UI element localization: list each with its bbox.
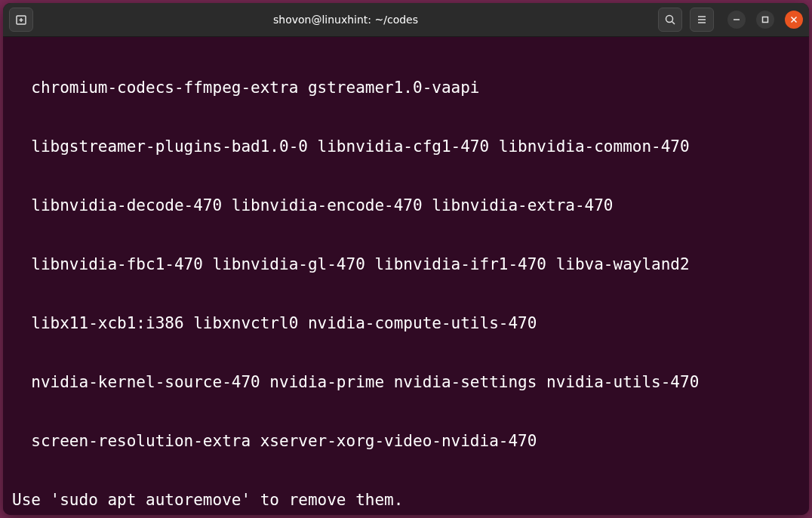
svg-rect-7 (763, 17, 768, 23)
terminal-body[interactable]: chromium-codecs-ffmpeg-extra gstreamer1.… (3, 37, 809, 515)
maximize-icon (761, 16, 769, 23)
titlebar-right (658, 8, 803, 32)
terminal-line: nvidia-kernel-source-470 nvidia-prime nv… (12, 372, 800, 392)
close-icon (790, 16, 798, 23)
terminal-window: shovon@linuxhint: ~/codes (3, 3, 809, 515)
search-button[interactable] (658, 8, 682, 32)
terminal-line: libx11-xcb1:i386 libxnvctrl0 nvidia-comp… (12, 313, 800, 333)
window-controls (721, 11, 803, 29)
terminal-line: libnvidia-fbc1-470 libnvidia-gl-470 libn… (12, 254, 800, 274)
terminal-line: libgstreamer-plugins-bad1.0-0 libnvidia-… (12, 137, 800, 156)
minimize-button[interactable] (727, 11, 746, 29)
close-button[interactable] (785, 11, 803, 29)
new-tab-icon (15, 14, 27, 26)
search-icon (664, 14, 676, 26)
titlebar-left (9, 8, 33, 32)
menu-button[interactable] (690, 8, 714, 32)
titlebar: shovon@linuxhint: ~/codes (3, 3, 809, 37)
terminal-line: chromium-codecs-ffmpeg-extra gstreamer1.… (12, 78, 800, 97)
window-title: shovon@linuxhint: ~/codes (38, 14, 654, 26)
hamburger-icon (696, 14, 708, 26)
minimize-icon (733, 16, 740, 23)
terminal-line: libnvidia-decode-470 libnvidia-encode-47… (12, 196, 800, 215)
maximize-button[interactable] (756, 11, 774, 29)
svg-line-2 (672, 22, 675, 25)
terminal-line: Use 'sudo apt autoremove' to remove them… (12, 490, 800, 510)
terminal-line: screen-resolution-extra xserver-xorg-vid… (12, 431, 800, 451)
new-tab-button[interactable] (9, 8, 33, 32)
svg-point-1 (666, 16, 673, 23)
